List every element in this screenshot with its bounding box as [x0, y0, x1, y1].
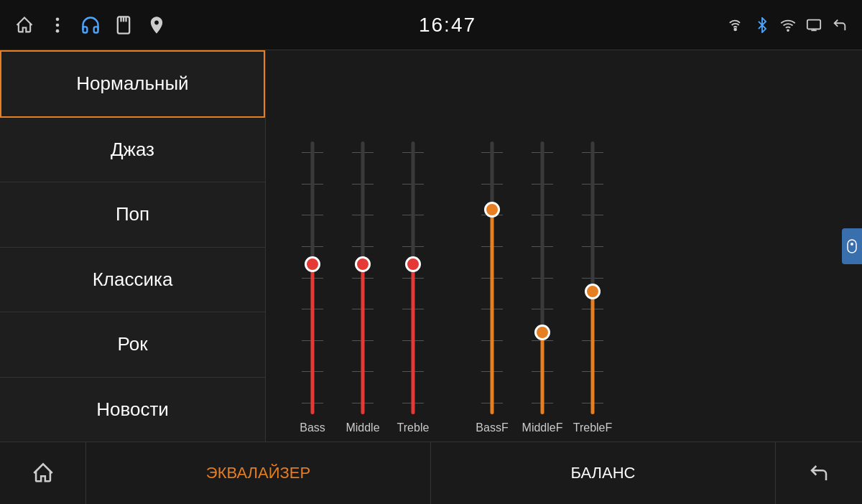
middle-track[interactable] — [352, 141, 374, 414]
preset-rock[interactable]: Рок — [0, 312, 265, 378]
svg-point-2 — [56, 29, 60, 32]
svg-point-8 — [787, 29, 789, 31]
svg-point-1 — [56, 23, 60, 27]
svg-point-0 — [56, 17, 60, 21]
bottom-equalizer-button[interactable]: ЭКВАЛАЙЗЕР — [86, 442, 431, 504]
menu-dots-icon[interactable] — [47, 15, 68, 35]
svg-point-7 — [734, 28, 736, 30]
eq-panel: Bass Middle — [266, 50, 862, 442]
bassf-track[interactable] — [481, 141, 503, 414]
slider-middle: Middle — [338, 141, 388, 434]
screen-icon[interactable] — [806, 17, 822, 33]
preset-jazz[interactable]: Джаз — [0, 118, 265, 183]
svg-point-13 — [851, 243, 853, 246]
status-left-icons — [14, 15, 167, 35]
headphones-icon[interactable] — [80, 15, 101, 35]
home-icon[interactable] — [14, 15, 34, 35]
bass-label: Bass — [300, 421, 325, 434]
middlef-label: MiddleF — [522, 421, 563, 434]
svg-rect-9 — [807, 19, 820, 29]
bass-track[interactable] — [302, 141, 323, 414]
cast-icon[interactable] — [728, 17, 744, 33]
slider-treble: Treble — [388, 141, 438, 434]
bottom-home-button[interactable] — [0, 442, 86, 504]
treble-track[interactable] — [402, 141, 424, 414]
sdcard-icon[interactable] — [113, 15, 134, 35]
treblef-label: TrebleF — [573, 421, 613, 434]
svg-rect-12 — [848, 240, 856, 253]
middlef-track[interactable] — [532, 141, 553, 414]
clock: 16:47 — [419, 14, 476, 37]
main-content: Нормальный Джаз Поп Классика Рок Новости — [0, 50, 862, 442]
preset-list: Нормальный Джаз Поп Классика Рок Новости — [0, 50, 266, 442]
status-right-icons — [728, 17, 848, 33]
home-bottom-icon — [31, 461, 55, 485]
bottom-balance-button[interactable]: БАЛАНС — [431, 442, 776, 504]
back-icon[interactable] — [832, 17, 848, 33]
eq-sliders: Bass Middle — [287, 65, 840, 434]
preset-classic[interactable]: Классика — [0, 248, 265, 313]
slider-bassf: BassF — [467, 141, 517, 434]
bluetooth-icon[interactable] — [754, 17, 770, 33]
slider-treblef: TrebleF — [567, 141, 618, 434]
bottom-back-button[interactable] — [776, 442, 862, 504]
preset-news[interactable]: Новости — [0, 378, 265, 442]
treblef-track[interactable] — [582, 141, 603, 414]
back-bottom-icon — [808, 462, 830, 484]
bassf-label: BassF — [476, 421, 508, 434]
slider-middlef: MiddleF — [517, 141, 567, 434]
slider-bass: Bass — [287, 141, 338, 434]
status-bar: 16:47 — [0, 0, 862, 50]
location-icon[interactable] — [147, 15, 167, 35]
preset-normal[interactable]: Нормальный — [0, 50, 265, 118]
bottom-bar: ЭКВАЛАЙЗЕР БАЛАНС — [0, 442, 862, 504]
scroll-hint[interactable] — [842, 228, 862, 264]
wifi-icon[interactable] — [780, 17, 796, 33]
treble-label: Treble — [397, 421, 430, 434]
preset-pop[interactable]: Поп — [0, 182, 265, 248]
middle-label: Middle — [346, 421, 379, 434]
